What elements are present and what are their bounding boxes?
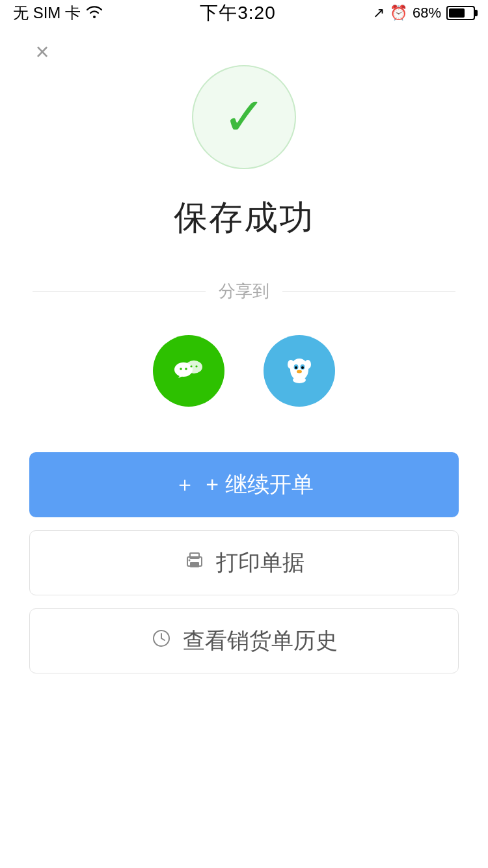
status-carrier: 无 SIM 卡 <box>13 3 103 23</box>
divider-left <box>33 291 206 292</box>
close-icon: × <box>35 40 49 64</box>
svg-point-9 <box>295 366 297 369</box>
print-button[interactable]: 打印单据 <box>29 530 459 595</box>
history-button[interactable]: 查看销货单历史 <box>29 608 459 673</box>
location-icon: ↗ <box>373 5 385 21</box>
svg-point-11 <box>297 370 302 373</box>
main-content: ✓ 保存成功 分享到 <box>0 26 488 673</box>
wifi-icon <box>86 4 103 22</box>
status-time: 下午3:20 <box>200 1 276 25</box>
svg-point-18 <box>189 560 191 562</box>
battery-icon <box>446 6 475 20</box>
action-buttons: ＋ + 继续开单 打印单据 查看销货单历 <box>29 452 459 673</box>
continue-button[interactable]: ＋ + 继续开单 <box>29 452 459 517</box>
svg-point-2 <box>180 368 182 370</box>
wechat-share-button[interactable] <box>153 335 224 407</box>
carrier-text: 无 SIM 卡 <box>13 3 81 23</box>
svg-rect-17 <box>190 562 199 567</box>
svg-point-12 <box>288 360 294 369</box>
share-divider: 分享到 <box>0 280 488 303</box>
svg-point-4 <box>190 365 192 367</box>
svg-point-14 <box>293 377 306 383</box>
share-label: 分享到 <box>206 280 282 303</box>
status-bar: 无 SIM 卡 下午3:20 ↗ ⏰ 68% <box>0 0 488 26</box>
battery-percent: 68% <box>413 5 441 21</box>
qq-icon <box>280 351 319 390</box>
close-button[interactable]: × <box>26 36 59 68</box>
svg-point-1 <box>185 360 202 373</box>
print-icon <box>183 549 206 576</box>
svg-point-13 <box>305 360 311 369</box>
history-icon <box>150 627 172 655</box>
share-icons-row <box>153 335 335 407</box>
svg-point-3 <box>185 368 187 370</box>
wechat-icon <box>169 351 208 390</box>
history-label: 查看销货单历史 <box>183 626 338 656</box>
alarm-icon: ⏰ <box>390 5 407 21</box>
qq-share-button[interactable] <box>264 335 335 407</box>
status-indicators: ↗ ⏰ 68% <box>373 5 475 21</box>
checkmark-icon: ✓ <box>223 91 266 143</box>
svg-point-5 <box>195 365 197 367</box>
success-circle: ✓ <box>192 65 296 169</box>
success-title: 保存成功 <box>174 195 314 241</box>
plus-icon: ＋ <box>174 470 195 499</box>
print-label: 打印单据 <box>216 548 305 578</box>
continue-label: + 继续开单 <box>206 470 313 500</box>
divider-right <box>282 291 455 292</box>
svg-point-10 <box>301 366 304 369</box>
